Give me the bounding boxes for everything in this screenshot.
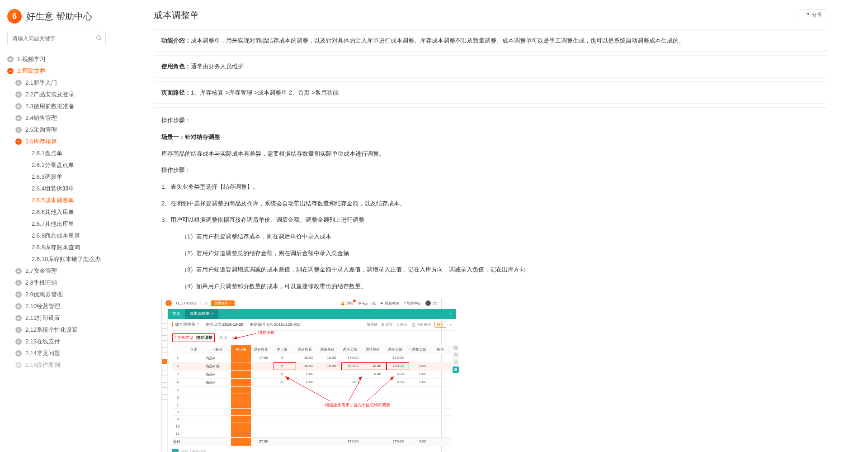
step-1: 1、表头业务类型选择【结存调整】。 bbox=[161, 181, 820, 193]
table-row: 3商品A个0.000.000.000.00 bbox=[172, 371, 452, 379]
nav-2-12[interactable]: +2.12系统个性化设置 bbox=[15, 324, 106, 336]
logo-row: 6 好生意 帮助中心 bbox=[7, 9, 106, 24]
step-3c: （3）若用户知道要调增或调减的成本差值，则在调整金额中录入差值，调增录入正值，记… bbox=[161, 264, 820, 276]
col-aprice: 调后单价 bbox=[316, 345, 339, 354]
nav-label: 2.6库存核算 bbox=[25, 136, 57, 147]
rail-icon bbox=[162, 347, 167, 352]
nav-label: 2.3使用前数据准备 bbox=[25, 100, 75, 112]
nav-2-14[interactable]: +2.14常见问题 bbox=[15, 347, 106, 359]
minus-icon: − bbox=[15, 138, 22, 145]
total-amt2: 270.00 bbox=[384, 438, 406, 446]
no-value: CA-20191229-001 bbox=[267, 322, 301, 327]
col-unit2: 主计量 bbox=[271, 345, 293, 354]
table-row: 5 bbox=[172, 387, 452, 394]
nav-label: 2.6.4组装拆卸单 bbox=[32, 185, 74, 192]
nav-label: 2.12系统个性化设置 bbox=[25, 324, 78, 336]
nav-label: 2.10经营管理 bbox=[25, 300, 60, 312]
nav-label: 2.6.7其他出库单 bbox=[32, 220, 74, 227]
plus-icon: + bbox=[15, 291, 22, 298]
nav-label: 2.6.10库存账本错了怎么办 bbox=[32, 256, 101, 262]
nav-2-13[interactable]: +2.13在线支付 bbox=[15, 336, 106, 347]
nav-2-8[interactable]: +2.8手机旺铺 bbox=[15, 277, 106, 289]
table-row: 10 bbox=[172, 423, 452, 430]
step-3a: （1）若用户想要调整结存成本，则在调后单价中录入成本 bbox=[161, 231, 820, 243]
search-box bbox=[7, 32, 106, 45]
nav-label: 2.6.6其他入库单 bbox=[32, 209, 74, 215]
app-rail bbox=[162, 309, 168, 452]
page-title: 成本调整单 bbox=[154, 9, 199, 21]
nav-label: 2.5采购管理 bbox=[25, 124, 57, 136]
step-3d: （4）如果用户只调整部分数量的成本，可以直接修改带出的结存数量。 bbox=[161, 281, 820, 292]
nav-2-6-7[interactable]: 2.6.7其他出库单 bbox=[32, 218, 106, 230]
nav-2-6-6[interactable]: 2.6.6其他入库单 bbox=[32, 206, 106, 218]
annotation-2: 根据业务需求，这几个位总均可调整 bbox=[290, 401, 425, 409]
share-label: 分享 bbox=[811, 11, 822, 19]
save-button: 保存 bbox=[434, 322, 446, 328]
nav-tree: +1.视频学习 −2.帮助文档 +2.1新手入门 +2.2产品安装及登录 +2.… bbox=[7, 53, 106, 371]
nav-2[interactable]: −2.帮助文档 +2.1新手入门 +2.2产品安装及登录 +2.3使用前数据准备… bbox=[7, 65, 106, 371]
nav-label: 2.15操作案例 bbox=[25, 359, 60, 371]
nav-2-6-2[interactable]: 2.6.2分量盘点单 bbox=[32, 159, 106, 171]
search-input[interactable] bbox=[7, 32, 106, 45]
step-3: 3、用户可以根据调整依据直接在调后单价、调后金额、调整金额列上进行调整 bbox=[161, 214, 820, 226]
nav-2-10[interactable]: +2.10经营管理 bbox=[15, 300, 106, 312]
step-2: 2、在明细中选择要调整的商品及仓库，系统会自动带出结存数量和结存金额，以及结存成… bbox=[161, 198, 820, 209]
embedded-screenshot: TEST-H002 | ⌂ 我要续约→ 🔔 消息 ⚙ App下载 ▶ 视频教程 … bbox=[161, 298, 820, 452]
nav-2-4[interactable]: +2.4销售管理 bbox=[15, 112, 106, 124]
plus-icon: + bbox=[15, 80, 22, 86]
nav-2-9[interactable]: +2.9优惠券管理 bbox=[15, 289, 106, 300]
total-adj: 0.00 bbox=[406, 438, 429, 446]
col-product: * 商品 bbox=[204, 345, 231, 354]
share-icon bbox=[804, 13, 809, 18]
nav-2-6-9[interactable]: 2.6.9库存账本查询 bbox=[32, 242, 106, 253]
nav-label: 2.6.3调拨单 bbox=[32, 173, 62, 180]
col-adj: * 调整金额 bbox=[406, 345, 429, 354]
grid: 仓库 * 商品 主计量 现有数量 主计量 调后数量 调后单价 调后金额 调转单价 bbox=[172, 345, 452, 446]
rail-icon-active bbox=[162, 359, 167, 364]
search-icon[interactable] bbox=[96, 35, 102, 43]
nav-2-6-3[interactable]: 2.6.3调拨单 bbox=[32, 171, 106, 183]
plus-icon: + bbox=[15, 268, 22, 274]
tool-icon: ✎ bbox=[453, 352, 459, 358]
plus-icon: + bbox=[15, 350, 22, 357]
arrow-icon bbox=[231, 333, 258, 341]
nav-2-6-1[interactable]: 2.6.1盘点单 bbox=[32, 147, 106, 159]
steps-label: 操作步骤： bbox=[161, 165, 820, 176]
nav-2-6-8[interactable]: 2.6.8商品成本重算 bbox=[32, 230, 106, 242]
step-3b: （2）若用户知道调整总的结存金额，则在调后金额中录入总金额 bbox=[161, 248, 820, 259]
nav-2-6-10[interactable]: 2.6.10库存账本错了怎么办 bbox=[32, 253, 106, 265]
plus-icon: + bbox=[7, 56, 14, 62]
scene1-desc: 库存商品的结存成本与实际成本有差异，需要根据结存数量和实际单位成本进行调整。 bbox=[161, 148, 820, 160]
nav-2-2[interactable]: +2.2产品安装及登录 bbox=[15, 89, 106, 100]
nav-2-11[interactable]: +2.11打印设置 bbox=[15, 312, 106, 324]
close-icon: × bbox=[212, 312, 214, 316]
nav-2-7[interactable]: +2.7资金管理 bbox=[15, 265, 106, 277]
plus-icon: + bbox=[15, 115, 22, 121]
rail-icon bbox=[162, 324, 167, 329]
minus-icon: − bbox=[7, 68, 14, 74]
nav-2-6-4[interactable]: 2.6.4组装拆卸单 bbox=[32, 183, 106, 195]
nav-label: 2.11打印设置 bbox=[25, 312, 60, 324]
nav-2-6-5[interactable]: 2.6.5成本调整单 bbox=[32, 195, 106, 206]
nav-2-15[interactable]: +2.15操作案例 bbox=[15, 359, 106, 371]
intro-label: 功能介绍： bbox=[161, 37, 191, 44]
nav-1[interactable]: +1.视频学习 bbox=[7, 53, 106, 65]
nav-2-6[interactable]: −2.6库存核算 2.6.1盘点单 2.6.2分量盘点单 2.6.3调拨单 2.… bbox=[15, 136, 106, 265]
plus-icon: + bbox=[15, 303, 22, 309]
plus-icon: + bbox=[15, 127, 22, 133]
table-row: 2商品A 黑个10.0010.00100.0010.00100.000.00 bbox=[172, 362, 452, 371]
tab-strip: 首页 成本调整单× × bbox=[168, 309, 456, 319]
right-tools: ⊞ ✎ ⊕ ▦ bbox=[453, 345, 459, 373]
col-bprice: 调转单价 bbox=[361, 345, 384, 354]
nav-2-1[interactable]: +2.1新手入门 bbox=[15, 77, 106, 89]
nav-2-5[interactable]: +2.5采购管理 bbox=[15, 124, 106, 136]
nav-label: 2.7资金管理 bbox=[25, 265, 57, 277]
nav-2-3[interactable]: +2.3使用前数据准备 bbox=[15, 100, 106, 112]
sidebar: 6 好生意 帮助中心 +1.视频学习 −2.帮助文档 +2.1新手入门 +2.2… bbox=[0, 0, 113, 452]
col-unit: 主计量 bbox=[231, 345, 251, 354]
date-value: 2019-12-26 bbox=[222, 322, 243, 327]
video-link: ▶ 视频教程 bbox=[380, 301, 399, 306]
path-label: 页面路径： bbox=[161, 89, 191, 96]
rail-icon bbox=[162, 335, 167, 341]
share-button[interactable]: 分享 bbox=[799, 9, 827, 21]
